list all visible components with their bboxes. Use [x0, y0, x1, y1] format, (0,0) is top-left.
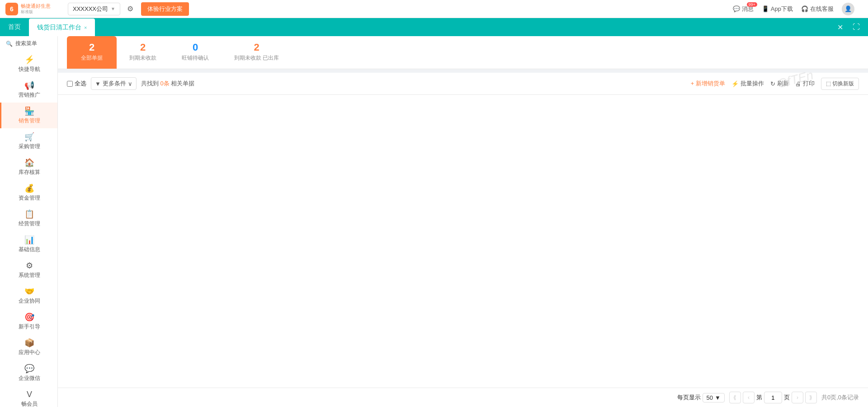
print-label: 打印: [803, 80, 815, 88]
logo-text: 畅捷通好生意: [21, 3, 51, 9]
page-input[interactable]: [764, 392, 782, 403]
message-icon: 💬: [733, 5, 740, 12]
sidebar-item-operations[interactable]: 📋 经营管理: [0, 206, 57, 231]
refresh-label: 刷新: [777, 80, 789, 88]
print-btn[interactable]: 🖨 打印: [795, 80, 815, 88]
sidebar-item-sales[interactable]: 🏪 销售管理: [0, 103, 57, 128]
refresh-icon: ↻: [770, 80, 775, 87]
nav-tabs: 首页 钱货日清工作台 × ✕ ⛶: [0, 18, 868, 36]
settings-icon[interactable]: ⚙: [124, 3, 137, 15]
search-icon: 🔍: [6, 41, 13, 47]
result-count: 0条: [160, 80, 170, 87]
sidebar-item-weixin[interactable]: 💬 企业微信: [0, 360, 57, 386]
sidebar-item-marketing[interactable]: 📢 营销推广: [0, 77, 57, 103]
stats-tab-overdue[interactable]: 2 到期未收款: [117, 36, 169, 69]
pagination-bar: 每页显示 50 ▼ ⟪ ‹ 第 页 › ⟫ 共0页,0条记录: [58, 388, 868, 407]
page-navigation: ⟪ ‹ 第 页 › ⟫: [729, 392, 817, 403]
prev-page-btn[interactable]: ‹: [743, 392, 755, 403]
stats-tabs: 2 全部单据 2 到期未收款 0 旺铺待确认 2 到期未收款 已出库: [58, 36, 868, 69]
chevron-down-icon: ▼: [715, 394, 721, 401]
sidebar-item-quick-nav[interactable]: ⚡ 快捷导航: [0, 51, 57, 77]
gear-icon: ⚙: [26, 262, 33, 270]
sidebar-item-guide[interactable]: 🎯 新手引导: [0, 309, 57, 334]
top-right-actions: 💬 消息 99+ 📱 App下载 🎧 在线客服 👤: [733, 3, 863, 15]
top-bar: 6 畅捷通好生意 标准版 XXXXXX公司 ▼ ⚙ 体验行业方案 💬 消息 99…: [0, 0, 868, 18]
stats-tab-shipped-label: 到期未收款 已出库: [234, 54, 279, 62]
stats-tab-shipped[interactable]: 2 到期未收款 已出库: [222, 36, 292, 69]
page-size-value: 50: [707, 394, 713, 401]
table-area: [58, 95, 868, 388]
tab-home[interactable]: 首页: [0, 18, 29, 36]
sidebar-item-basic-info[interactable]: 📊 基础信息: [0, 231, 57, 257]
page-end-label: 页: [784, 393, 790, 402]
sidebar-item-label: 基础信息: [19, 246, 40, 253]
search-menu-label: 搜索菜单: [15, 40, 37, 47]
refresh-btn[interactable]: ↻ 刷新: [770, 80, 789, 88]
stats-tab-all-count: 2: [89, 42, 94, 53]
sidebar-item-app-center[interactable]: 📦 应用中心: [0, 334, 57, 360]
logo-icon: 6: [5, 3, 18, 15]
tab-workbench[interactable]: 钱货日清工作台 ×: [29, 19, 95, 37]
company-name: XXXXXX公司: [73, 5, 108, 13]
sidebar-item-finance[interactable]: 💰 资金管理: [0, 180, 57, 206]
tab-workbench-label: 钱货日清工作台: [37, 23, 81, 32]
tab-close-icon[interactable]: ×: [84, 25, 87, 30]
first-page-btn[interactable]: ⟪: [729, 392, 741, 403]
sidebar-item-label: 系统管理: [19, 271, 40, 279]
user-icon: 👤: [844, 5, 852, 12]
window-close-btn[interactable]: ✕: [834, 21, 846, 33]
sidebar-item-label: 快捷导航: [19, 65, 40, 73]
sidebar-item-purchase[interactable]: 🛒 采购管理: [0, 128, 57, 154]
message-btn[interactable]: 💬 消息 99+: [733, 5, 754, 13]
tab-home-label: 首页: [8, 23, 21, 31]
select-all-checkbox[interactable]: 全选: [67, 80, 86, 88]
last-page-btn[interactable]: ⟫: [805, 392, 817, 403]
stats-tab-shipped-count: 2: [254, 42, 259, 53]
company-selector[interactable]: XXXXXX公司 ▼: [68, 3, 120, 15]
sidebar-item-enterprise[interactable]: 🤝 企业协同: [0, 283, 57, 309]
app-download-btn[interactable]: 📱 App下载: [762, 5, 793, 13]
stats-tab-pending[interactable]: 0 旺铺待确认: [169, 36, 222, 69]
online-service-label: 在线客服: [810, 5, 834, 13]
sidebar-item-label: 资金管理: [19, 194, 40, 202]
batch-label: 批量操作: [741, 80, 764, 88]
select-all-label: 全选: [75, 80, 86, 88]
page-size-label: 每页显示: [677, 393, 701, 402]
lightning-icon: ⚡: [24, 56, 34, 64]
page-size-select-box[interactable]: 50 ▼: [703, 393, 725, 402]
toolbar: 全选 ▼ 更多条件 ∨ 共找到 0条 相关单据 + 新增销货单 ⚡ 批量操作: [58, 73, 868, 95]
sidebar-item-inventory[interactable]: 🏠 库存核算: [0, 154, 57, 180]
store-icon: 🏪: [24, 107, 34, 115]
sidebar-item-system[interactable]: ⚙ 系统管理: [0, 257, 57, 283]
switch-label: 切换新版: [832, 80, 854, 88]
message-badge: 99+: [747, 2, 757, 7]
stats-tab-all[interactable]: 2 全部单据: [67, 36, 117, 69]
filter-label: 更多条件: [103, 80, 126, 88]
main-layout: 🔍 搜索菜单 ⚡ 快捷导航 📢 营销推广 🏪 销售管理 🛒 采购管理 🏠 库存核…: [0, 36, 868, 407]
cart-icon: 🛒: [24, 133, 34, 141]
search-menu-item[interactable]: 🔍 搜索菜单: [0, 36, 57, 51]
trial-button[interactable]: 体验行业方案: [141, 2, 189, 16]
next-page-btn[interactable]: ›: [792, 392, 803, 403]
select-all-input[interactable]: [67, 81, 73, 87]
switch-version-btn[interactable]: ⬚ 切换新版: [821, 78, 859, 90]
avatar[interactable]: 👤: [842, 3, 854, 15]
add-sales-order-btn[interactable]: + 新增销货单: [691, 80, 725, 88]
stats-tab-overdue-count: 2: [140, 42, 146, 53]
nav-right-actions: ✕ ⛶: [834, 21, 868, 33]
sidebar-item-member[interactable]: V 畅会员: [0, 386, 57, 407]
more-filter-btn[interactable]: ▼ 更多条件 ∨: [91, 77, 137, 90]
sidebar-item-label: 畅会员: [21, 400, 38, 407]
window-expand-btn[interactable]: ⛶: [850, 21, 863, 33]
money-icon: 💰: [24, 184, 34, 192]
total-records-text: 共0页,0条记录: [821, 393, 859, 402]
print-icon: 🖨: [795, 80, 801, 87]
switch-icon: ⬚: [826, 80, 831, 87]
batch-operation-btn[interactable]: ⚡ 批量操作: [731, 80, 764, 88]
sidebar-item-label: 应用中心: [19, 349, 40, 356]
online-service-btn[interactable]: 🎧 在线客服: [801, 5, 834, 13]
stats-tab-pending-label: 旺铺待确认: [182, 54, 209, 62]
logo-sub: 标准版: [21, 9, 51, 15]
guide-icon: 🎯: [24, 313, 34, 321]
batch-icon: ⚡: [731, 80, 739, 87]
